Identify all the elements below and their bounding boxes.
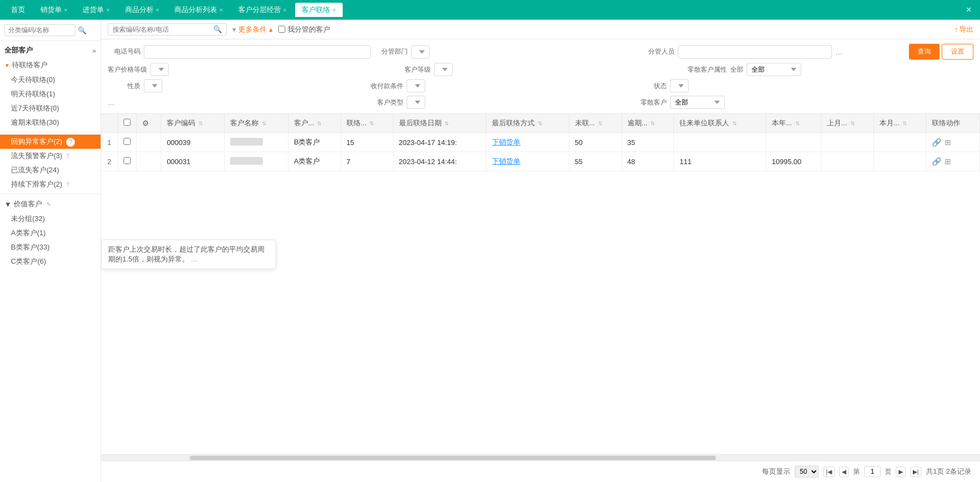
sort-overdue-icon[interactable]: ⇅ xyxy=(650,120,655,126)
phone-label: 电话号码 xyxy=(108,47,140,56)
tab-sales[interactable]: 销货单 × xyxy=(34,3,74,17)
first-page-btn[interactable]: |◀ xyxy=(823,467,835,477)
sort-thisyear-icon[interactable]: ⇅ xyxy=(795,120,800,126)
sidebar-all-customers-header[interactable]: 全部客户 » xyxy=(0,41,101,57)
my-customers-checkbox-label[interactable]: 我分管的客户 xyxy=(278,25,330,34)
tab-analysis[interactable]: 商品分析 × xyxy=(119,3,166,17)
sidebar-item-continuous-down[interactable]: 持续下滑客户(2) ? xyxy=(0,177,101,191)
close-tab-customer-tier[interactable]: × xyxy=(283,7,286,13)
query-button[interactable]: 查询 xyxy=(909,44,940,60)
row-1-last-way: 下销货单 xyxy=(486,133,569,152)
scatter-attr-select[interactable]: 全部 xyxy=(747,63,801,76)
person-input[interactable] xyxy=(678,45,832,59)
sidebar-item-anomaly[interactable]: 回购异常客户(2) ? xyxy=(0,135,101,149)
prev-page-btn[interactable]: ◀ xyxy=(839,467,849,477)
column-settings-icon[interactable]: ⚙ xyxy=(142,119,149,127)
row-2-last-way-link[interactable]: 下销货单 xyxy=(492,157,520,165)
filter-row-3: 性质 收付款条件 状态 xyxy=(108,79,973,92)
scroll-thumb[interactable] xyxy=(190,456,715,460)
select-all-checkbox[interactable] xyxy=(124,119,131,126)
tab-purchase[interactable]: 进货单 × xyxy=(76,3,116,17)
col-seq xyxy=(101,114,118,133)
sidebar-item-overdue[interactable]: 逾期未联络(30) xyxy=(0,115,101,130)
next-page-btn[interactable]: ▶ xyxy=(896,467,906,477)
sidebar-group-pending[interactable]: ▼ 待联络客户 xyxy=(0,57,101,73)
export-btn[interactable]: ↑ 导出 xyxy=(955,25,974,34)
payment-select[interactable] xyxy=(407,79,425,92)
lost-pending-info-icon[interactable]: ? xyxy=(66,153,69,159)
sidebar-item-unclassified[interactable]: 未分组(32) xyxy=(0,212,101,226)
tab-home[interactable]: 首页 xyxy=(4,3,32,17)
status-select[interactable] xyxy=(670,79,689,92)
customer-type-select[interactable] xyxy=(407,96,425,109)
tab-analysis-list[interactable]: 商品分析列表 × xyxy=(168,3,229,17)
close-tab-customer-contact[interactable]: × xyxy=(332,7,336,13)
sidebar-group-value[interactable]: ▼ 价值客户 ✎ xyxy=(0,196,101,212)
last-page-btn[interactable]: ▶| xyxy=(910,467,922,477)
more-conditions-btn[interactable]: ▼ 更多条件 ▲ xyxy=(231,25,274,34)
sidebar-item-already-lost[interactable]: 已流失客户(24) xyxy=(0,163,101,177)
tooltip-ellipsis[interactable]: ... xyxy=(191,255,197,263)
close-tab-purchase[interactable]: × xyxy=(106,7,109,13)
sort-lastmonth-icon[interactable]: ⇅ xyxy=(850,120,855,126)
nature-select[interactable] xyxy=(144,79,162,92)
sidebar-item-lost-pending[interactable]: 流失预警客户(3) ? xyxy=(0,149,101,163)
close-tab-analysis-list[interactable]: × xyxy=(219,7,222,13)
sort-lastway-icon[interactable]: ⇅ xyxy=(538,120,542,126)
person-ellipsis[interactable]: … xyxy=(835,48,843,56)
my-customers-checkbox[interactable] xyxy=(278,26,285,33)
sidebar-item-today[interactable]: 今天待联络(0) xyxy=(0,73,101,87)
row-2-link-icon[interactable]: 🔗 xyxy=(932,157,941,166)
continuous-down-info-icon[interactable]: ? xyxy=(66,182,69,188)
sort-name-icon[interactable]: ⇅ xyxy=(262,120,266,126)
close-tab-analysis[interactable]: × xyxy=(156,7,159,13)
sidebar-item-class-a[interactable]: A类客户(1) xyxy=(0,226,101,240)
row-2-action: 🔗 ⊞ xyxy=(926,152,979,171)
main-search-input[interactable] xyxy=(113,26,211,33)
row4-ellipsis[interactable]: ... xyxy=(108,98,114,107)
advanced-filter: 电话号码 分管部门 分管人员 … 查询 设置 xyxy=(101,39,980,114)
filter-row-1: 电话号码 分管部门 分管人员 … 查询 设置 xyxy=(108,44,973,60)
sidebar-item-class-c[interactable]: C类客户(6) xyxy=(0,254,101,269)
page-number-input[interactable] xyxy=(864,466,881,477)
sidebar-item-tomorrow[interactable]: 明天待联络(1) xyxy=(0,87,101,101)
customer-table-container[interactable]: ⚙ 客户编码 ⇅ 客户名称 ⇅ 客户... ⇅ xyxy=(101,114,980,454)
anomaly-info-icon[interactable]: ? xyxy=(66,138,75,147)
scatter-customer-wrap: 全部 xyxy=(670,96,893,109)
sort-lastdate-icon[interactable]: ⇅ xyxy=(444,120,449,126)
col-last-way: 最后联络方式 ⇅ xyxy=(486,114,569,133)
tab-customer-contact[interactable]: 客户联络 × xyxy=(295,3,342,17)
sidebar-item-7days[interactable]: 近7天待联络(0) xyxy=(0,101,101,115)
row-2-grid-icon[interactable]: ⊞ xyxy=(944,157,951,166)
sidebar-search-icon[interactable]: 🔍 xyxy=(78,26,86,34)
sort-thismonth-icon[interactable]: ⇅ xyxy=(902,120,907,126)
per-page-select[interactable]: 50 xyxy=(795,466,819,478)
sort-code-icon[interactable]: ⇅ xyxy=(198,120,203,126)
per-page-label: 每页显示 xyxy=(762,467,790,477)
customer-grade-select[interactable] xyxy=(434,63,453,76)
setting-button[interactable]: 设置 xyxy=(942,44,973,60)
value-edit-icon[interactable]: ✎ xyxy=(46,201,51,207)
row-1-select[interactable] xyxy=(124,138,131,145)
close-all-tabs[interactable]: × xyxy=(962,5,976,15)
sort-contact-icon[interactable]: ⇅ xyxy=(369,120,374,126)
row-1-grid-icon[interactable]: ⊞ xyxy=(944,138,951,147)
row-1-link-icon[interactable]: 🔗 xyxy=(932,138,941,147)
phone-input[interactable] xyxy=(144,45,371,59)
dept-select[interactable] xyxy=(411,45,430,59)
sort-unitcontact-icon[interactable]: ⇅ xyxy=(732,120,737,126)
sidebar-collapse-icon[interactable]: » xyxy=(92,47,96,55)
price-grade-select[interactable] xyxy=(150,63,169,76)
sort-pending-icon[interactable]: ⇅ xyxy=(598,120,602,126)
row-2-overdue: 48 xyxy=(621,152,674,171)
scatter-customer-select[interactable]: 全部 xyxy=(670,96,725,109)
row-2-select[interactable] xyxy=(124,157,131,164)
row-1-last-way-link[interactable]: 下销货单 xyxy=(492,138,520,146)
horizontal-scrollbar[interactable] xyxy=(101,454,980,461)
sidebar-item-class-b[interactable]: B类客户(33) xyxy=(0,240,101,254)
sidebar-search-input[interactable] xyxy=(4,24,75,36)
tab-customer-tier[interactable]: 客户分层经营 × xyxy=(232,3,293,17)
close-tab-sales[interactable]: × xyxy=(64,7,67,13)
sort-type-icon[interactable]: ⇅ xyxy=(317,120,321,126)
main-search-icon[interactable]: 🔍 xyxy=(213,25,222,33)
